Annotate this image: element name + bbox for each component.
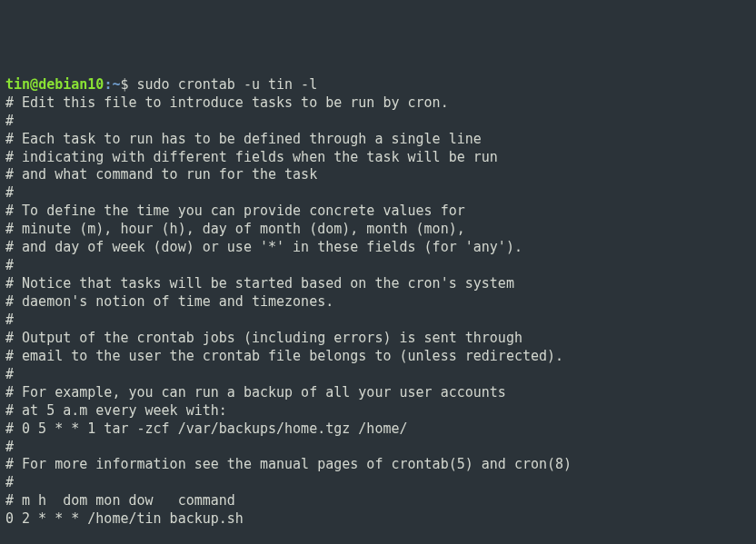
output-line: # — [5, 474, 14, 490]
prompt-dollar: $ — [120, 76, 136, 93]
output-line: # — [5, 113, 14, 129]
prompt-line: tin@debian10:~$ sudo crontab -u tin -l — [5, 76, 317, 93]
output-line: # Notice that tasks will be started base… — [5, 275, 514, 292]
output-line: # For example, you can run a backup of a… — [5, 384, 506, 401]
output-line: # To define the time you can provide con… — [5, 203, 465, 219]
command-text: sudo crontab -u tin -l — [137, 76, 318, 93]
prompt-user: tin — [5, 76, 30, 93]
output-line: # daemon's notion of time and timezones. — [5, 293, 333, 310]
output-line: # — [5, 184, 14, 201]
output-line: # — [5, 257, 14, 273]
output-line: # — [5, 439, 14, 455]
prompt-host: debian10 — [38, 76, 104, 93]
output-line: # indicating with different fields when … — [5, 149, 498, 165]
output-line: # — [5, 366, 14, 382]
output-line: # email to the user the crontab file bel… — [5, 348, 563, 364]
output-line: # minute (m), hour (h), day of month (do… — [5, 221, 465, 237]
output-line: # m h dom mon dow command — [5, 492, 235, 509]
output-line: # Each task to run has to be defined thr… — [5, 131, 482, 147]
output-line: # 0 5 * * 1 tar -zcf /var/backups/home.t… — [5, 420, 408, 437]
output-line: # Edit this file to introduce tasks to b… — [5, 94, 449, 111]
output-line: # at 5 a.m every week with: — [5, 402, 227, 419]
output-line: 0 2 * * * /home/tin backup.sh — [5, 510, 244, 527]
output-line: # Output of the crontab jobs (including … — [5, 330, 522, 346]
prompt-at: @ — [30, 76, 38, 93]
output-line: # and what command to run for the task — [5, 166, 317, 183]
terminal-window[interactable]: tin@debian10:~$ sudo crontab -u tin -l #… — [5, 76, 751, 529]
output-line: # — [5, 312, 14, 328]
output-line: # and day of week (dow) or use '*' in th… — [5, 239, 522, 255]
output-line: # For more information see the manual pa… — [5, 456, 572, 472]
